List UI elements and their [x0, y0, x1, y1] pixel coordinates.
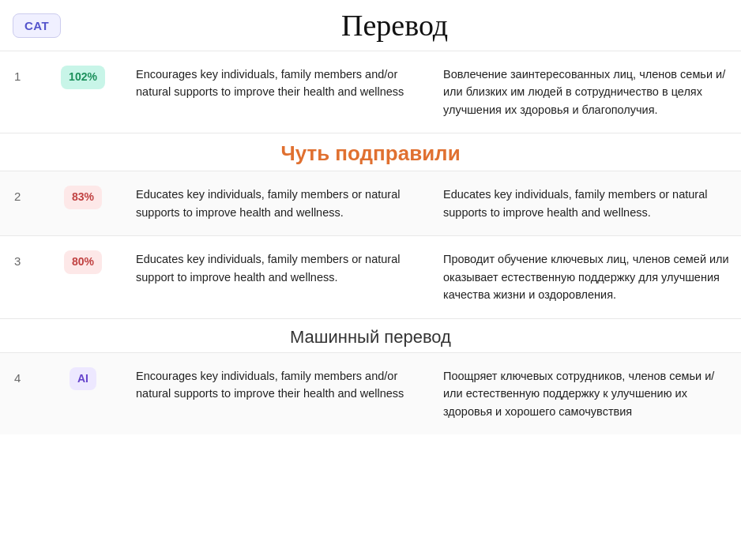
top-bar: CAT Перевод: [0, 0, 741, 51]
row-number: 2: [0, 171, 39, 220]
section-label: Чуть подправили: [0, 133, 741, 171]
cat-badge[interactable]: CAT: [13, 13, 61, 38]
row-number: 1: [0, 51, 39, 100]
translated-text: Поощряет ключевых сотрудников, членов се…: [434, 353, 741, 434]
row-badge-cell: 83%: [39, 171, 126, 224]
page-title: Перевод: [61, 8, 728, 43]
row-number: 4: [0, 353, 39, 401]
table-row: 1102%Encourages key individuals, family …: [0, 51, 741, 133]
section-divider: Машинный перевод: [0, 319, 741, 353]
row-badge-cell: AI: [39, 353, 126, 405]
section-divider: Чуть подправили: [0, 133, 741, 171]
translated-text: Educates key individuals, family members…: [434, 171, 741, 235]
translated-text: Проводит обучение ключевых лиц, членов с…: [434, 236, 741, 318]
score-badge: 83%: [64, 186, 102, 209]
section-label: Машинный перевод: [0, 319, 741, 352]
score-badge: AI: [70, 367, 96, 391]
original-text: Educates key individuals, family members…: [126, 171, 434, 235]
score-badge: 80%: [64, 250, 102, 274]
original-text: Encourages key individuals, family membe…: [126, 51, 434, 115]
row-badge-cell: 80%: [39, 236, 126, 288]
table-row: 4AIEncourages key individuals, family me…: [0, 353, 741, 434]
original-text: Educates key individuals, family members…: [126, 236, 434, 300]
table-container: 1102%Encourages key individuals, family …: [0, 51, 741, 434]
original-text: Encourages key individuals, family membe…: [126, 353, 434, 417]
score-badge: 102%: [61, 66, 105, 89]
translated-text: Вовлечение заинтересованных лиц, членов …: [434, 51, 741, 133]
row-number: 3: [0, 236, 39, 284]
table-row: 283%Educates key individuals, family mem…: [0, 171, 741, 236]
table-row: 380%Educates key individuals, family mem…: [0, 236, 741, 318]
row-badge-cell: 102%: [39, 51, 126, 103]
